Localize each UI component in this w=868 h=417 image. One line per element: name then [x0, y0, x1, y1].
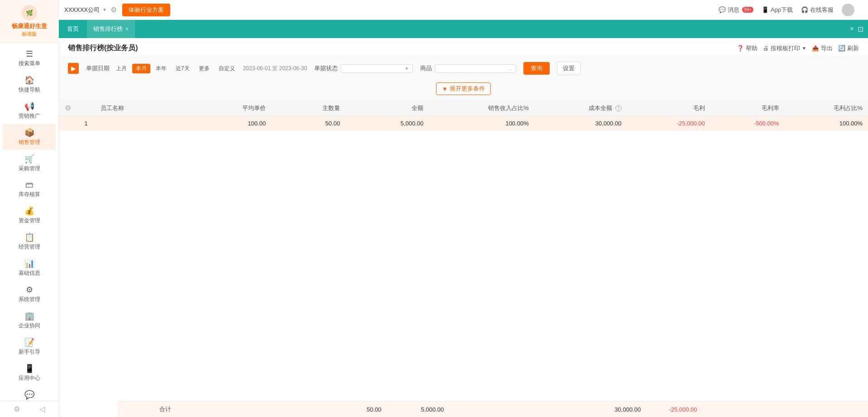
date-option-this-year[interactable]: 本年 — [152, 64, 170, 73]
sidebar-item-label: 营销推广 — [19, 112, 40, 120]
col-amount: 全额 — [345, 100, 429, 116]
online-service-btn[interactable]: 🎧 在线客服 — [801, 6, 834, 14]
help-icon: ❓ — [737, 45, 744, 52]
col-qty: 主数量 — [271, 100, 345, 116]
window-close-btn[interactable]: × — [850, 25, 854, 33]
footer-qty: 50.00 — [367, 406, 403, 413]
home-icon: 🏠 — [24, 75, 34, 85]
company-selector[interactable]: XXXXXX公司 ▼ — [64, 6, 107, 14]
footer-cost: 30,000.00 — [614, 406, 660, 413]
export-btn[interactable]: 📤 导出 — [812, 44, 833, 53]
expand-label: 展开更多条件 — [450, 85, 485, 93]
basic-info-icon: 📊 — [24, 259, 34, 268]
col-settings: ⚙ — [59, 100, 77, 116]
date-options: 上月 本月 本年 近7天 更多 自定义 — [112, 64, 239, 73]
sidebar-item-wechat[interactable]: 💬 企业微信 — [3, 386, 56, 401]
sidebar-item-label: 新手引导 — [19, 348, 40, 356]
sidebar-item-sales[interactable]: 📦 销售管理 — [3, 124, 56, 150]
tab-close-btn[interactable]: × — [125, 26, 129, 32]
app-subtitle: 标准版 — [22, 31, 37, 37]
sidebar-item-app-center[interactable]: 📱 应用中心 — [3, 360, 56, 386]
row-rank: 1 — [77, 116, 95, 131]
sales-icon: 📦 — [24, 128, 34, 138]
message-badge: 99+ — [742, 7, 753, 13]
status-filter: 单据状态 ▼ — [314, 64, 413, 73]
sidebar-item-quick-nav[interactable]: 🏠 快捷导航 — [3, 72, 56, 97]
message-btn[interactable]: 💬 消息 99+ — [719, 6, 753, 14]
refresh-btn[interactable]: 🔄 刷新 — [838, 44, 859, 53]
sidebar-item-search-orders[interactable]: ☰ 搜索菜单 — [3, 45, 56, 71]
sidebar-item-finance[interactable]: 💰 资金管理 — [3, 202, 56, 228]
status-dropdown-icon: ▼ — [404, 66, 409, 71]
message-label: 消息 — [728, 6, 739, 14]
window-restore-btn[interactable]: ⊡ — [858, 25, 863, 34]
topbar-right: 💬 消息 99+ 📱 App下载 🎧 在线客服 — [719, 4, 863, 16]
sidebar-item-label: 系统管理 — [19, 296, 40, 303]
finance-icon: 💰 — [24, 206, 34, 216]
user-avatar[interactable] — [842, 4, 854, 16]
table-header-row: ⚙ 员工名称 平均单价 主数量 全额 销售收入占比% 成本全额 ? — [59, 100, 868, 116]
app-download-btn[interactable]: 📱 App下载 — [762, 6, 793, 14]
tabbar: 首页 销售排行榜 × × ⊡ — [59, 20, 868, 38]
content-header: 销售排行榜(按业务员) ❓ 帮助 🖨 按模板打印 ▼ 📤 导出 🔄 刷新 — [59, 38, 868, 57]
topbar-settings-icon[interactable]: ⚙ — [110, 5, 117, 14]
row-amount: 5,000.00 — [345, 116, 429, 131]
help-btn[interactable]: ❓ 帮助 — [737, 44, 758, 53]
sidebar-item-label: 搜索菜单 — [19, 60, 40, 67]
table-row: 1 100.00 50.00 5,000.00 100.00% 30,000.0… — [59, 116, 868, 131]
sidebar: 🌿 畅康通好生意 标准版 ☰ 搜索菜单 🏠 快捷导航 📢 营销推广 📦 销售管理… — [0, 0, 59, 417]
print-dropdown-icon: ▼ — [802, 46, 806, 51]
date-range-label: 2023-06-01 至 2023-06-30 — [243, 65, 307, 72]
sidebar-item-basic-info[interactable]: 📊 基础信息 — [3, 255, 56, 281]
print-icon: 🖨 — [763, 45, 769, 52]
query-btn[interactable]: 查询 — [523, 62, 550, 75]
sidebar-item-system[interactable]: ⚙ 系统管理 — [3, 281, 56, 307]
expand-more-btn[interactable]: ▼ 展开更多条件 — [436, 82, 491, 95]
status-select[interactable]: ▼ — [340, 64, 413, 73]
refresh-icon: 🔄 — [838, 45, 845, 52]
col-rank — [77, 100, 95, 116]
col-avg-price: 平均单价 — [188, 100, 271, 116]
main-content: XXXXXX公司 ▼ ⚙ 体验行业方案 💬 消息 99+ 📱 App下载 🎧 在… — [59, 0, 868, 417]
print-btn[interactable]: 🖨 按模板打印 ▼ — [763, 44, 806, 53]
sidebar-item-operation[interactable]: 📋 经营管理 — [3, 229, 56, 254]
company-name: XXXXXX公司 — [64, 6, 100, 14]
date-option-7days[interactable]: 近7天 — [172, 64, 193, 73]
col-cost: 成本全额 ? — [534, 100, 627, 116]
sidebar-item-guide[interactable]: 📝 新手引导 — [3, 334, 56, 359]
trial-btn[interactable]: 体验行业方案 — [122, 4, 170, 16]
tab-home[interactable]: 首页 — [59, 20, 87, 38]
col-gross-rate: 毛利率 — [710, 100, 785, 116]
footer-amount: 5,000.00 — [421, 406, 462, 413]
date-option-this-month[interactable]: 本月 — [132, 64, 150, 73]
export-label: 导出 — [821, 44, 833, 53]
row-cost: 30,000.00 — [534, 116, 627, 131]
company-dropdown-icon: ▼ — [102, 7, 107, 12]
sidebar-item-enterprise[interactable]: 🏢 企业协同 — [3, 307, 56, 333]
filter-area: ▶ 单据日期 上月 本月 本年 近7天 更多 自定义 2023-06-01 至 … — [59, 57, 868, 100]
print-label: 按模板打印 — [771, 44, 800, 53]
date-option-more[interactable]: 更多 — [195, 64, 213, 73]
row-name — [95, 116, 188, 131]
filter-collapse-btn[interactable]: ▶ — [68, 63, 79, 74]
goods-select[interactable]: ... — [435, 64, 516, 73]
enterprise-icon: 🏢 — [24, 311, 34, 321]
col-gross: 毛利 — [627, 100, 710, 116]
search-orders-icon: ☰ — [26, 49, 33, 59]
page-title: 销售排行榜(按业务员) — [68, 43, 737, 53]
column-settings-icon[interactable]: ⚙ — [65, 104, 71, 112]
sidebar-item-inventory[interactable]: 🗃 库存核算 — [3, 177, 56, 202]
date-option-prev-month[interactable]: 上月 — [112, 64, 130, 73]
sidebar-item-marketing[interactable]: 📢 营销推广 — [3, 98, 56, 124]
sidebar-collapse-btn[interactable]: ◁ — [39, 405, 45, 413]
sidebar-item-label: 采购管理 — [19, 165, 40, 173]
date-option-custom[interactable]: 自定义 — [215, 64, 239, 73]
sidebar-item-purchase[interactable]: 🛒 采购管理 — [3, 150, 56, 176]
sidebar-settings-btn[interactable]: ⚙ — [14, 405, 20, 413]
sidebar-logo: 🌿 畅康通好生意 标准版 — [0, 0, 58, 43]
tab-sales-ranking[interactable]: 销售排行榜 × — [87, 20, 135, 38]
sidebar-bottom: ⚙ ◁ — [0, 401, 58, 417]
settings-btn[interactable]: 设置 — [557, 62, 580, 75]
cost-help-icon[interactable]: ? — [615, 105, 622, 111]
row-gross-pct: 100.00% — [785, 116, 868, 131]
